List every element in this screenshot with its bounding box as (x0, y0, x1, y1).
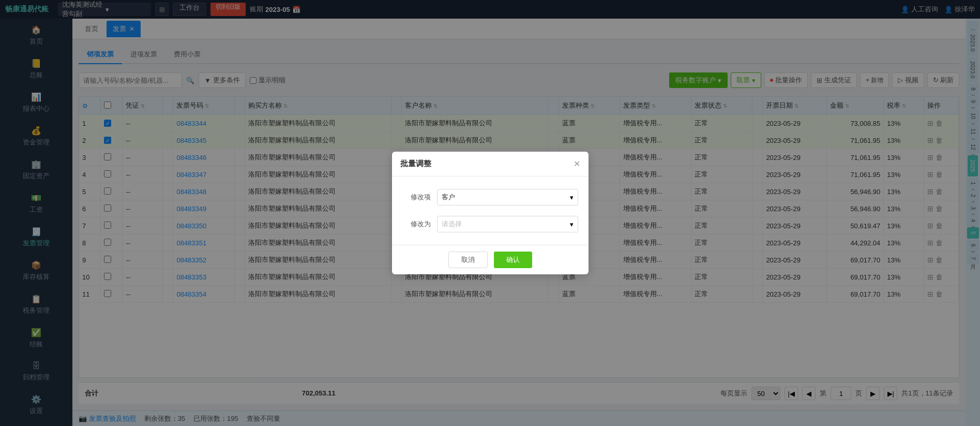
modal-change-chevron: ▾ (570, 221, 574, 228)
modal-body: 修改项 客户 ▾ 修改为 请选择 ▾ (392, 177, 589, 245)
modal-change-placeholder: 请选择 (442, 219, 462, 229)
modal-field-chevron: ▾ (570, 194, 574, 201)
batch-adjust-modal: 批量调整 ✕ 修改项 客户 ▾ 修改为 请选择 ▾ 取消 确认 (392, 152, 589, 274)
modal-cancel-btn[interactable]: 取消 (448, 252, 488, 268)
modal-close-btn[interactable]: ✕ (574, 159, 580, 169)
modal-confirm-btn[interactable]: 确认 (494, 252, 532, 268)
modal-title: 批量调整 (400, 159, 431, 169)
modal-header: 批量调整 ✕ (392, 152, 589, 177)
modal-change-field: 修改为 请选择 ▾ (402, 216, 578, 232)
modal-footer: 取消 确认 (392, 245, 589, 274)
modal-overlay[interactable]: 批量调整 ✕ 修改项 客户 ▾ 修改为 请选择 ▾ 取消 确认 (0, 0, 980, 426)
modal-field-select[interactable]: 客户 ▾ (437, 189, 578, 205)
modal-change-label: 修改为 (402, 219, 431, 229)
modal-field-value: 客户 (442, 193, 455, 202)
modal-change-select[interactable]: 请选择 ▾ (437, 216, 578, 232)
modal-field-label: 修改项 (402, 193, 431, 202)
modal-field-item: 修改项 客户 ▾ (402, 189, 578, 205)
